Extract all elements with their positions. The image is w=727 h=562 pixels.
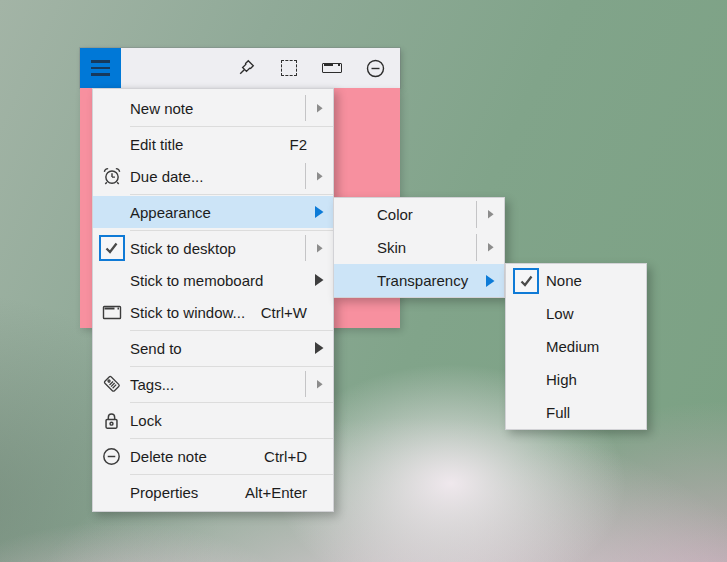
menu-item-stick-to-window[interactable]: Stick to window... Ctrl+W bbox=[93, 296, 333, 328]
submenu-arrow-icon[interactable] bbox=[477, 198, 504, 231]
menu-separator bbox=[130, 330, 333, 331]
submenu-arrow-icon[interactable] bbox=[306, 196, 333, 228]
menu-item-label: Properties bbox=[130, 484, 198, 501]
menu-separator bbox=[130, 194, 333, 195]
menu-separator bbox=[130, 438, 333, 439]
minus-circle-icon bbox=[93, 446, 130, 467]
menu-item-due-date[interactable]: Due date... bbox=[93, 160, 333, 192]
shortcut-label: Ctrl+W bbox=[261, 304, 307, 321]
menu-item-label: Send to bbox=[130, 340, 182, 357]
menu-item-high[interactable]: High bbox=[506, 363, 646, 396]
note-context-menu: New note Edit title F2 Due date... bbox=[92, 88, 334, 512]
menu-item-label: New note bbox=[130, 100, 193, 117]
checked-checkbox-icon bbox=[506, 268, 546, 294]
menu-item-none[interactable]: None bbox=[506, 264, 646, 297]
submenu-arrow-icon[interactable] bbox=[477, 264, 504, 297]
roll-up-icon[interactable] bbox=[364, 57, 386, 79]
shortcut-label: Alt+Enter bbox=[245, 484, 307, 501]
submenu-arrow-icon[interactable] bbox=[477, 231, 504, 264]
menu-item-delete-note[interactable]: Delete note Ctrl+D bbox=[93, 440, 333, 472]
sticky-note-window bbox=[80, 48, 400, 88]
appearance-submenu: Color Skin Transparency bbox=[333, 197, 505, 298]
hamburger-menu-button[interactable] bbox=[80, 48, 121, 88]
menu-item-color[interactable]: Color bbox=[334, 198, 504, 231]
menu-item-label: Stick to window... bbox=[130, 304, 245, 321]
menu-separator bbox=[130, 402, 333, 403]
checked-checkbox-icon bbox=[93, 235, 130, 261]
submenu-arrow-icon bbox=[306, 264, 333, 296]
menu-separator bbox=[130, 230, 333, 231]
menu-separator bbox=[130, 366, 333, 367]
title-bar-only-icon[interactable] bbox=[321, 57, 343, 79]
alarm-clock-icon bbox=[93, 165, 130, 187]
menu-item-label: Medium bbox=[546, 338, 599, 355]
submenu-arrow-icon[interactable] bbox=[306, 92, 333, 124]
menu-item-label: Delete note bbox=[130, 448, 207, 465]
tag-icon bbox=[93, 373, 130, 395]
menu-item-label: None bbox=[546, 272, 582, 289]
menu-item-label: Stick to desktop bbox=[130, 240, 236, 257]
menu-separator bbox=[130, 474, 333, 475]
menu-item-stick-to-desktop[interactable]: Stick to desktop bbox=[93, 232, 333, 264]
menu-item-edit-title[interactable]: Edit title F2 bbox=[93, 128, 333, 160]
menu-item-label: High bbox=[546, 371, 577, 388]
menu-item-skin[interactable]: Skin bbox=[334, 231, 504, 264]
menu-item-label: Low bbox=[546, 305, 574, 322]
menu-item-send-to[interactable]: Send to bbox=[93, 332, 333, 364]
shortcut-label: Ctrl+D bbox=[264, 448, 307, 465]
menu-item-appearance[interactable]: Appearance bbox=[93, 196, 333, 228]
menu-item-label: Appearance bbox=[130, 204, 211, 221]
menu-separator bbox=[130, 126, 333, 127]
menu-item-label: Full bbox=[546, 404, 570, 421]
menu-item-label: Lock bbox=[130, 412, 162, 429]
menu-item-label: Color bbox=[377, 206, 413, 223]
menu-item-label: Skin bbox=[377, 239, 406, 256]
menu-item-label: Edit title bbox=[130, 136, 183, 153]
menu-item-label: Due date... bbox=[130, 168, 203, 185]
padlock-icon bbox=[93, 410, 130, 431]
shortcut-label: F2 bbox=[289, 136, 307, 153]
menu-item-label: Stick to memoboard bbox=[130, 272, 263, 289]
menu-item-properties[interactable]: Properties Alt+Enter bbox=[93, 476, 333, 508]
submenu-arrow-icon[interactable] bbox=[306, 160, 333, 192]
submenu-arrow-icon[interactable] bbox=[306, 232, 333, 264]
menu-item-new-note[interactable]: New note bbox=[93, 92, 333, 124]
window-icon bbox=[93, 301, 130, 323]
menu-item-transparency[interactable]: Transparency bbox=[334, 264, 504, 297]
hamburger-icon bbox=[91, 60, 110, 62]
menu-item-label: Tags... bbox=[130, 376, 174, 393]
submenu-arrow-icon bbox=[306, 332, 333, 364]
pushpin-icon[interactable] bbox=[235, 57, 257, 79]
menu-item-low[interactable]: Low bbox=[506, 297, 646, 330]
menu-item-tags[interactable]: Tags... bbox=[93, 368, 333, 400]
menu-item-full[interactable]: Full bbox=[506, 396, 646, 429]
transparency-submenu: None Low Medium High Full bbox=[505, 263, 647, 430]
selection-box-icon[interactable] bbox=[278, 57, 300, 79]
menu-item-medium[interactable]: Medium bbox=[506, 330, 646, 363]
titlebar-buttons bbox=[235, 57, 400, 79]
menu-item-lock[interactable]: Lock bbox=[93, 404, 333, 436]
submenu-arrow-icon[interactable] bbox=[306, 368, 333, 400]
menu-item-stick-to-memoboard[interactable]: Stick to memoboard bbox=[93, 264, 333, 296]
menu-item-label: Transparency bbox=[377, 272, 468, 289]
note-titlebar bbox=[80, 48, 400, 88]
